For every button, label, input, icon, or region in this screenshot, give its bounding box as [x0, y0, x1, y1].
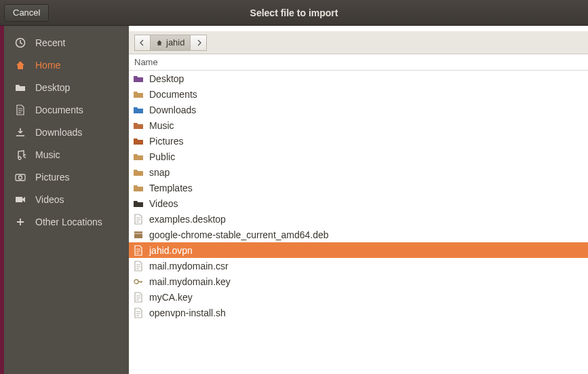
file-name: Desktop	[149, 73, 184, 84]
sidebar-item-label: Downloads	[35, 127, 82, 138]
doc-icon	[15, 105, 26, 115]
file-name: mail.mydomain.csr	[149, 261, 229, 272]
sidebar-item-documents[interactable]: Documents	[4, 98, 129, 121]
cancel-button[interactable]: Cancel	[4, 4, 49, 22]
sidebar-item-desktop[interactable]: Desktop	[4, 76, 129, 98]
folder-icon	[133, 89, 144, 100]
sidebar-item-label: Desktop	[35, 82, 70, 93]
sidebar-item-label: Pictures	[35, 172, 70, 183]
doc-icon	[133, 214, 144, 225]
folder-icon	[133, 151, 144, 162]
folder-icon	[133, 183, 144, 193]
dialog-body: RecentHomeDesktopDocumentsDownloadsMusic…	[0, 26, 588, 374]
vid-folder-icon	[133, 198, 144, 209]
mus-folder-icon	[133, 120, 144, 131]
sidebar-item-downloads[interactable]: Downloads	[4, 121, 129, 143]
dl-folder-icon	[133, 105, 144, 115]
sidebar-item-label: Videos	[35, 194, 64, 205]
path-segment-label: jahid	[166, 37, 184, 48]
file-name: Pictures	[149, 136, 184, 147]
file-row[interactable]: mail.mydomain.key	[129, 274, 588, 289]
sidebar-item-other-locations[interactable]: Other Locations	[4, 210, 129, 233]
sidebar-item-music[interactable]: Music	[4, 143, 129, 166]
file-row[interactable]: Videos	[129, 195, 588, 211]
sidebar-item-label: Home	[35, 60, 60, 71]
camera-icon	[15, 172, 26, 183]
file-name: Documents	[149, 89, 197, 100]
sidebar-item-label: Documents	[35, 105, 83, 115]
file-name: myCA.key	[149, 292, 193, 303]
key-icon	[133, 276, 144, 287]
file-row[interactable]: myCA.key	[129, 289, 588, 305]
file-name: openvpn-install.sh	[149, 307, 226, 318]
pathbar: jahid	[129, 31, 588, 54]
file-name: examples.desktop	[149, 214, 226, 225]
folder-icon	[133, 167, 144, 178]
sidebar: RecentHomeDesktopDocumentsDownloadsMusic…	[4, 26, 129, 374]
file-row[interactable]: google-chrome-stable_current_amd64.deb	[129, 227, 588, 242]
file-row[interactable]: Downloads	[129, 102, 588, 117]
path-segment-current[interactable]: jahid	[151, 35, 191, 51]
file-name: google-chrome-stable_current_amd64.deb	[149, 229, 329, 240]
file-row[interactable]: openvpn-install.sh	[129, 305, 588, 320]
path-back-button[interactable]	[134, 35, 151, 51]
chevron-right-icon	[195, 39, 202, 46]
file-row[interactable]: examples.desktop	[129, 211, 588, 227]
file-name: mail.mydomain.key	[149, 276, 231, 287]
file-name: Downloads	[149, 105, 196, 115]
sidebar-item-home[interactable]: Home	[4, 54, 129, 76]
window-title: Select file to import	[250, 7, 338, 18]
sidebar-item-label: Recent	[35, 37, 65, 48]
pic-folder-icon	[133, 136, 144, 147]
file-row[interactable]: Music	[129, 117, 588, 133]
home-icon	[15, 60, 26, 71]
video-icon	[15, 194, 26, 205]
sidebar-item-label: Music	[35, 149, 60, 160]
pkg-icon	[133, 229, 144, 240]
doc-icon	[133, 292, 144, 303]
folder-icon	[15, 82, 26, 93]
home-icon	[156, 39, 163, 46]
main-pane: jahid Name DesktopDocumentsDownloadsMusi…	[129, 26, 588, 374]
file-row[interactable]: jahid.ovpn	[129, 242, 588, 258]
file-name: Public	[149, 151, 175, 162]
plus-icon	[15, 217, 26, 227]
file-row[interactable]: snap	[129, 164, 588, 180]
file-name: Templates	[149, 183, 193, 193]
doc-icon	[133, 245, 144, 256]
titlebar: Cancel Select file to import	[0, 0, 588, 26]
path-forward-button[interactable]	[191, 35, 207, 51]
file-row[interactable]: Public	[129, 149, 588, 164]
clock-icon	[15, 37, 26, 48]
file-row[interactable]: mail.mydomain.csr	[129, 258, 588, 274]
file-list[interactable]: DesktopDocumentsDownloadsMusicPicturesPu…	[129, 71, 588, 374]
sidebar-item-videos[interactable]: Videos	[4, 188, 129, 210]
file-row[interactable]: Pictures	[129, 133, 588, 149]
column-header-name[interactable]: Name	[129, 54, 588, 71]
file-name: jahid.ovpn	[149, 245, 193, 256]
download-icon	[15, 127, 26, 138]
dt-folder-icon	[133, 73, 144, 84]
sidebar-item-pictures[interactable]: Pictures	[4, 166, 129, 188]
file-name: snap	[149, 167, 170, 178]
sidebar-item-label: Other Locations	[35, 217, 102, 227]
file-row[interactable]: Desktop	[129, 71, 588, 86]
file-name: Videos	[149, 198, 178, 209]
chevron-left-icon	[139, 39, 146, 46]
file-row[interactable]: Documents	[129, 86, 588, 102]
sidebar-item-recent[interactable]: Recent	[4, 31, 129, 54]
music-icon	[15, 149, 26, 160]
file-row[interactable]: Templates	[129, 180, 588, 195]
doc-icon	[133, 261, 144, 272]
doc-icon	[133, 307, 144, 318]
file-name: Music	[149, 120, 174, 131]
